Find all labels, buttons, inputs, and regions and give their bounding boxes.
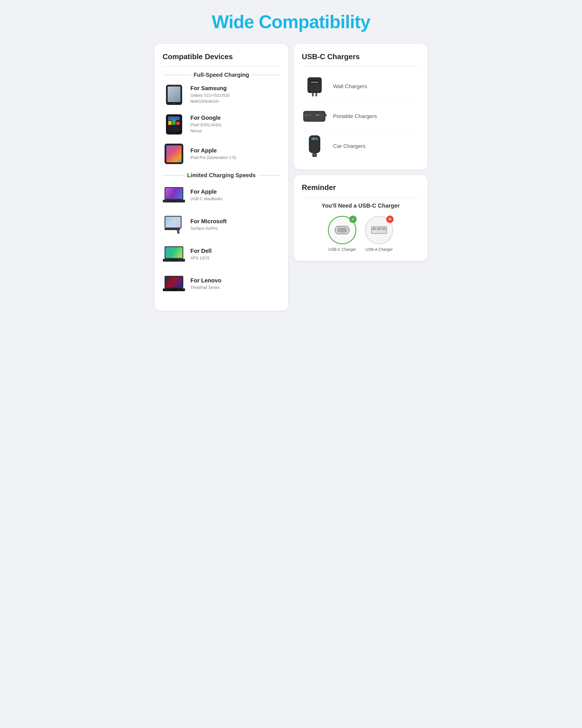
list-item: For Samsung Galaxy S21+/S21/S20Note10/No… [163, 83, 280, 106]
charger-list: ANKER Wall Chargers [302, 72, 419, 161]
list-item: Portable Chargers [302, 102, 419, 131]
google-brand: For Google [190, 114, 222, 121]
list-item: For Apple iPad Pro (Generation 1-5) [163, 142, 280, 165]
samsung-image [163, 83, 185, 106]
wall-charger-image: ANKER [302, 75, 327, 98]
surface-info: For Microsoft Surface Go/Pro [190, 218, 227, 232]
powerbank-image [302, 105, 327, 128]
dell-brand: For Dell [190, 248, 212, 254]
reminder-card: Reminder You'll Need a USB-C Charger ✓ U… [294, 175, 427, 261]
samsung-models: Galaxy S21+/S21/S20Note10/Note10+ [190, 93, 230, 104]
svg-rect-49 [311, 137, 318, 140]
lenovo-brand: For Lenovo [190, 277, 221, 284]
list-item: For Lenovo ThinkPad Series [163, 272, 280, 295]
list-item: For Dell XPS 13/15 [163, 243, 280, 266]
svg-rect-16 [166, 145, 182, 162]
charger-options: ✓ USB-C Charger ✕ USB [302, 216, 419, 252]
right-column: USB-C Chargers ANKER [294, 44, 427, 311]
svg-rect-50 [312, 138, 314, 140]
full-speed-list: For Samsung Galaxy S21+/S21/S20Note10/No… [163, 83, 280, 165]
svg-rect-37 [312, 93, 314, 97]
reminder-subtitle: You'll Need a USB-C Charger [302, 203, 419, 209]
surface-models: Surface Go/Pro [190, 226, 227, 232]
svg-rect-46 [325, 114, 327, 116]
svg-rect-9 [168, 121, 172, 125]
google-image [163, 113, 185, 136]
svg-point-4 [173, 103, 174, 104]
google-models: Pixel 3/3XL/4/4XLNexus [190, 122, 222, 134]
limited-speed-heading: Limited Charging Speeds [163, 172, 280, 179]
dell-info: For Dell XPS 13/15 [190, 248, 212, 261]
apple-mac-models: USB-C MacBooks [190, 196, 223, 202]
svg-rect-38 [315, 93, 317, 97]
samsung-brand: For Samsung [190, 85, 230, 92]
svg-rect-40 [304, 112, 325, 121]
dell-image [163, 243, 185, 266]
dell-models: XPS 13/15 [190, 255, 212, 261]
svg-rect-32 [171, 289, 177, 291]
usba-circle: ✕ [365, 216, 393, 244]
car-charger-image [302, 135, 327, 158]
usbc-option-label: USB-C Charger [328, 247, 356, 252]
svg-rect-26 [165, 247, 183, 258]
usbc-chargers-title: USB-C Chargers [302, 52, 419, 61]
list-item: ANKER Wall Chargers [302, 72, 419, 102]
svg-rect-18 [165, 188, 183, 199]
usbc-option: ✓ USB-C Charger [328, 216, 356, 252]
surface-image [163, 213, 185, 236]
check-badge: ✓ [349, 215, 357, 223]
surface-brand: For Microsoft [190, 218, 227, 225]
reminder-title: Reminder [302, 183, 419, 192]
limited-speed-list: For Apple USB-C MacBooks [163, 184, 280, 295]
apple-ipad-image [163, 142, 185, 165]
cross-badge: ✕ [386, 215, 394, 223]
compatible-devices-card: Compatible Devices Full-Speed Charging [155, 44, 288, 311]
apple-ipad-models: iPad Pro (Generation 1-5) [190, 155, 236, 161]
svg-rect-42 [309, 114, 312, 116]
svg-rect-3 [168, 86, 181, 102]
wall-charger-label: Wall Chargers [333, 83, 367, 89]
lenovo-models: ThinkPad Series [190, 285, 221, 291]
svg-point-43 [316, 114, 318, 116]
apple-ipad-brand: For Apple [190, 147, 236, 154]
svg-rect-41 [305, 114, 308, 116]
car-charger-label: Car Chargers [333, 143, 365, 149]
svg-rect-55 [337, 228, 347, 233]
svg-rect-11 [176, 122, 179, 125]
svg-rect-59 [382, 228, 386, 230]
samsung-info: For Samsung Galaxy S21+/S21/S20Note10/No… [190, 85, 230, 104]
lenovo-info: For Lenovo ThinkPad Series [190, 277, 221, 291]
svg-point-53 [313, 154, 316, 156]
svg-rect-5 [172, 85, 176, 86]
content-grid: Compatible Devices Full-Speed Charging [155, 44, 427, 311]
full-speed-heading: Full-Speed Charging [163, 72, 280, 78]
list-item: For Google Pixel 3/3XL/4/4XLNexus [163, 113, 280, 136]
svg-rect-20 [171, 200, 177, 202]
svg-rect-58 [377, 228, 381, 230]
apple-mac-info: For Apple USB-C MacBooks [190, 188, 223, 202]
svg-rect-24 [165, 228, 180, 230]
powerbank-label: Portable Chargers [333, 113, 377, 120]
list-item: For Microsoft Surface Go/Pro [163, 213, 280, 236]
svg-point-45 [321, 114, 322, 116]
usba-option-label: USB-A Charger [365, 247, 393, 252]
usbc-circle: ✓ [328, 216, 356, 244]
svg-text:ANKER: ANKER [311, 81, 318, 83]
lenovo-image [163, 272, 185, 295]
usba-option: ✕ USB-A Charger [365, 216, 393, 252]
list-item: For Apple USB-C MacBooks [163, 184, 280, 206]
apple-mac-brand: For Apple [190, 188, 223, 195]
apple-ipad-info: For Apple iPad Pro (Generation 1-5) [190, 147, 236, 161]
svg-rect-51 [315, 138, 317, 140]
svg-point-44 [318, 114, 320, 116]
compatible-devices-title: Compatible Devices [163, 52, 280, 61]
svg-rect-22 [165, 217, 181, 228]
svg-point-13 [173, 132, 174, 134]
svg-rect-30 [165, 277, 183, 287]
svg-rect-28 [171, 259, 177, 261]
svg-rect-57 [372, 228, 376, 230]
svg-rect-12 [168, 116, 179, 120]
google-info: For Google Pixel 3/3XL/4/4XLNexus [190, 114, 222, 134]
macbook-image [163, 184, 185, 206]
page-title: Wide Compatibility [212, 11, 370, 32]
